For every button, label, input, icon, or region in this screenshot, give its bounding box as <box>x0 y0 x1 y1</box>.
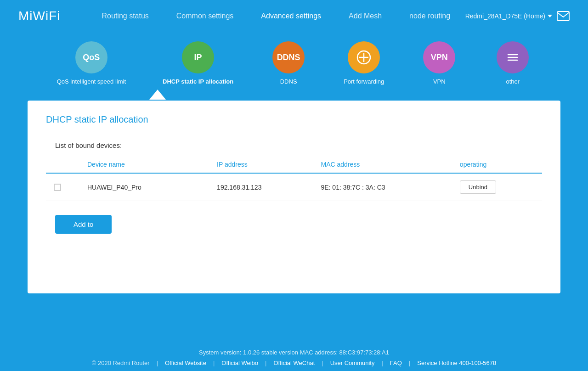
header: MiWiFi Routing status Common settings Ad… <box>0 0 588 32</box>
main-content: DHCP static IP allocation List of bound … <box>28 101 560 293</box>
row-checkbox-cell <box>46 173 69 201</box>
nav-add-mesh[interactable]: Add Mesh <box>335 0 396 32</box>
col-operating-header: operating <box>453 156 542 173</box>
qos-label: QoS intelligent speed limit <box>57 78 126 90</box>
row-checkbox[interactable] <box>54 184 61 191</box>
icon-nav-ddns[interactable]: DDNS DDNS <box>252 41 325 90</box>
qos-abbr: QoS <box>83 53 100 62</box>
add-to-button[interactable]: Add to <box>55 215 112 234</box>
col-mac-header: MAC address <box>314 156 452 173</box>
footer-link-faq[interactable]: FAQ <box>390 360 402 366</box>
table-row: HUAWEI_P40_Pro 192.168.31.123 9E: 01: 38… <box>46 173 542 201</box>
icon-nav-dhcp[interactable]: IP DHCP static IP allocation <box>144 41 252 90</box>
footer-sep-1: | <box>213 360 215 366</box>
ddns-abbr: DDNS <box>277 53 300 62</box>
icon-nav-wrapper: QoS QoS intelligent speed limit IP DHCP … <box>0 32 588 90</box>
footer-link-community[interactable]: User Community <box>330 360 375 366</box>
nav-advanced-settings-label: Advanced settings <box>261 12 321 20</box>
main-nav: Routing status Common settings Advanced … <box>88 0 465 32</box>
footer-link-official-website[interactable]: Official Website <box>165 360 206 366</box>
icon-nav-port[interactable]: Port forwarding <box>325 41 402 90</box>
section-title: DHCP static IP allocation <box>46 114 542 132</box>
dhcp-abbr: IP <box>194 53 202 62</box>
icon-nav-other[interactable]: other <box>476 41 549 90</box>
col-checkbox-header <box>46 156 69 173</box>
port-forwarding-icon <box>356 49 372 66</box>
row-device-name: HUAWEI_P40_Pro <box>69 173 210 201</box>
footer-sep-3: | <box>322 360 323 366</box>
device-name-label: Redmi_28A1_D75E (Home) <box>465 12 545 20</box>
ddns-icon-circle: DDNS <box>272 41 305 73</box>
vpn-icon-circle: VPN <box>423 41 455 73</box>
mail-icon[interactable] <box>557 10 570 22</box>
col-device-name-header: Device name <box>69 156 210 173</box>
content-wrapper: DHCP static IP allocation List of bound … <box>0 101 588 340</box>
nav-advanced-settings[interactable]: Advanced settings <box>247 0 335 32</box>
footer-sep-0: | <box>157 360 158 366</box>
other-menu-icon <box>505 50 520 65</box>
icon-nav: QoS QoS intelligent speed limit IP DHCP … <box>0 32 588 90</box>
footer-copyright: © 2020 Redmi Router <box>92 360 150 366</box>
footer-links: © 2020 Redmi Router | Official Website |… <box>0 360 588 366</box>
nav-routing-status[interactable]: Routing status <box>88 0 163 32</box>
nav-common-settings[interactable]: Common settings <box>163 0 248 32</box>
port-icon-circle <box>348 41 380 73</box>
pointer-row <box>28 90 560 101</box>
port-label: Port forwarding <box>344 78 384 90</box>
unbind-button[interactable]: Unbind <box>460 180 496 194</box>
row-operating: Unbind <box>453 173 542 201</box>
nav-node-routing[interactable]: node routing <box>396 0 464 32</box>
svg-rect-0 <box>557 11 569 21</box>
qos-icon-circle: QoS <box>75 41 107 73</box>
header-right: Redmi_28A1_D75E (Home) <box>465 10 570 22</box>
pointer-triangle <box>149 90 166 100</box>
other-icon-circle <box>497 41 529 73</box>
vpn-abbr: VPN <box>431 53 448 62</box>
vpn-label: VPN <box>433 78 446 90</box>
row-mac-address: 9E: 01: 38:7C : 3A: C3 <box>314 173 452 201</box>
device-selector[interactable]: Redmi_28A1_D75E (Home) <box>465 12 552 20</box>
devices-table: Device name IP address MAC address opera… <box>46 156 542 201</box>
footer-link-weibo[interactable]: Official Weibo <box>221 360 258 366</box>
footer-sep-4: | <box>381 360 383 366</box>
table-header-row: Device name IP address MAC address opera… <box>46 156 542 173</box>
dhcp-label: DHCP static IP allocation <box>163 78 233 90</box>
footer-sep-5: | <box>409 360 410 366</box>
footer: System version: 1.0.26 stable version MA… <box>0 340 588 371</box>
footer-sep-2: | <box>265 360 266 366</box>
footer-link-hotline[interactable]: Service Hotline 400-100-5678 <box>417 360 496 366</box>
icon-nav-vpn[interactable]: VPN VPN <box>402 41 476 90</box>
chevron-down-icon <box>548 15 552 17</box>
dhcp-icon-circle: IP <box>182 41 214 73</box>
col-ip-header: IP address <box>210 156 314 173</box>
ddns-label: DDNS <box>280 78 297 90</box>
row-ip-address: 192.168.31.123 <box>210 173 314 201</box>
footer-system-info: System version: 1.0.26 stable version MA… <box>0 349 588 356</box>
icon-nav-qos[interactable]: QoS QoS intelligent speed limit <box>39 41 144 90</box>
logo: MiWiFi <box>18 9 61 23</box>
bound-devices-label: List of bound devices: <box>55 141 542 149</box>
other-label: other <box>506 78 520 90</box>
footer-link-wechat[interactable]: Official WeChat <box>273 360 315 366</box>
